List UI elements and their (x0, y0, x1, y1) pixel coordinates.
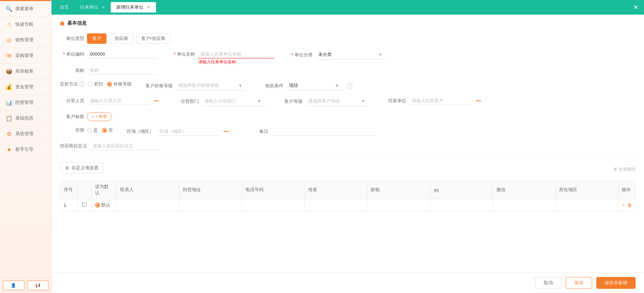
custom-settings-btn[interactable]: ⚙ 自定义项设置 (60, 162, 104, 173)
dept-placeholder: 请输入分管部门 (204, 98, 236, 104)
cell-checkbox[interactable] (78, 199, 92, 211)
customer-tag-field: 客户标签 + + 标签 (60, 112, 112, 121)
chevron-down-icon: ▼ (378, 52, 382, 57)
customer-price-level-select[interactable]: 请选择客户价格等级 ▼ (175, 81, 245, 90)
phone-input[interactable] (245, 203, 301, 208)
save-button[interactable]: 保存 (566, 277, 592, 289)
col-region: 所在地区 (556, 181, 618, 199)
sidebar-item-operations[interactable]: 📊 经营管理 (0, 95, 51, 111)
unit-btn-both[interactable]: 客户/供应商 (136, 33, 171, 44)
pricing-radio-discount[interactable]: 折扣 (88, 81, 103, 87)
content-area: ▣ 基本信息 单位类型 客户 供应商 客户/供应商 * 单位编码 (52, 15, 644, 272)
pricing-row: 定价方法 ? 折扣 价格等级 客户价格等级 请选择客户价 (60, 81, 636, 90)
add-row-btn[interactable]: + (622, 203, 625, 208)
sidebar-item-basic-info[interactable]: 📋 基础信息 (0, 111, 51, 126)
short-name-input[interactable] (87, 66, 157, 75)
save-new-button[interactable]: 保存并新增 (596, 277, 636, 289)
guide-icon: ★ (6, 146, 13, 153)
system-icon: ⚙ (6, 130, 13, 137)
pricing-help-icon[interactable]: ? (79, 81, 85, 87)
cell-qq[interactable] (430, 199, 493, 211)
divider (60, 156, 636, 157)
tab-counterparty-close[interactable]: ✕ (102, 5, 105, 10)
tab-counterparty[interactable]: 往来单位 ✕ (74, 2, 111, 13)
batch-delete-btn[interactable]: 🗑 批量删除 (613, 166, 636, 172)
cancel-button[interactable]: 取消 (535, 277, 561, 289)
email-input[interactable] (371, 203, 426, 208)
qq-input[interactable] (434, 203, 489, 208)
settlement-more-btn[interactable]: ••• (474, 97, 482, 104)
operations-icon: 📊 (6, 99, 13, 106)
purchase-icon: 🛍 (6, 52, 13, 59)
unit-btn-customer[interactable]: 客户 (87, 33, 107, 44)
sidebar-item-inventory[interactable]: 📦 库存核算 (0, 64, 51, 79)
sidebar-item-search[interactable]: 🔍 搜索菜单 (0, 1, 51, 17)
wechat-input[interactable] (496, 203, 552, 208)
dept-label: 分管部门 (174, 98, 199, 105)
fax-input[interactable] (308, 203, 363, 208)
custom-settings-label: 自定义项设置 (71, 165, 99, 171)
col-checkbox (78, 181, 92, 199)
section-title: 基本信息 (67, 20, 87, 26)
sidebar-item-finance[interactable]: 💰 资金管理 (0, 79, 51, 95)
row-checkbox[interactable] (82, 202, 87, 207)
manager-input[interactable] (87, 97, 150, 105)
supplier-custom-input[interactable] (90, 142, 159, 150)
unit-category-select[interactable]: 未分类 ▼ (315, 50, 385, 59)
cell-email[interactable] (367, 199, 430, 211)
unit-btn-supplier[interactable]: 供应商 (109, 33, 133, 44)
sidebar-btn-right[interactable]: 📢 (27, 280, 49, 290)
dept-field: 分管部门 请输入分管部门 ▼ (174, 97, 264, 106)
contact-input[interactable] (120, 203, 175, 208)
cell-region[interactable] (556, 199, 618, 211)
region-table-input[interactable] (559, 203, 614, 208)
tab-home[interactable]: 首页 (54, 2, 74, 13)
region-input[interactable] (157, 127, 219, 136)
pricing-radio-level[interactable]: 价格等级 (107, 81, 132, 87)
disabled-no[interactable]: 否 (102, 127, 113, 133)
sidebar-item-system[interactable]: ⚙ 系统管理 (0, 126, 51, 142)
level-radio-circle (107, 82, 112, 87)
tab-new-counterparty-close[interactable]: ✕ (147, 5, 150, 10)
default-radio: 默认 (95, 202, 113, 208)
unit-code-input[interactable] (87, 50, 157, 58)
delete-row-btn[interactable]: 🗑 (627, 203, 632, 208)
cell-fax[interactable] (305, 199, 367, 211)
customer-price-level-label: 客户价格等级 (146, 83, 173, 89)
address-input[interactable] (183, 203, 238, 208)
tab-new-counterparty-label: 新增往来单位 (116, 4, 143, 10)
cell-contact[interactable] (116, 199, 179, 211)
col-contact: 联系人 (116, 181, 179, 199)
unit-name-input[interactable] (198, 50, 274, 58)
settlement-input[interactable] (409, 97, 472, 105)
sidebar-item-guide[interactable]: ★ 新手引导 (0, 142, 51, 157)
tab-bar-close-btn[interactable]: ✕ (630, 2, 641, 13)
customer-level-select[interactable]: 请选择客户等级 ▼ (305, 97, 368, 106)
tab-new-counterparty[interactable]: 新增往来单位 ✕ (111, 2, 156, 13)
tab-home-label: 首页 (60, 4, 69, 10)
region-more-btn[interactable]: ••• (222, 128, 230, 135)
remarks-input[interactable] (271, 127, 376, 136)
sidebar-item-purchase[interactable]: 🛍 采购管理 (0, 48, 51, 64)
add-tag-btn[interactable]: + + 标签 (87, 112, 112, 121)
sidebar-item-label: 搜索菜单 (15, 6, 33, 12)
supplier-custom-row: 供应商自定义 (60, 142, 636, 150)
sidebar-item-quick-nav[interactable]: ⌂ 快捷导航 (0, 17, 51, 32)
default-label: 默认 (101, 202, 110, 208)
cell-address[interactable] (179, 199, 242, 211)
manager-more-btn[interactable]: ••• (152, 97, 160, 104)
unit-category-field: * 单位分类 未分类 ▼ (288, 50, 385, 59)
cell-phone[interactable] (242, 199, 305, 211)
dept-select[interactable]: 请输入分管部门 ▼ (202, 97, 264, 106)
payment-terms-select[interactable]: 现结 ▼ (286, 81, 342, 90)
cell-wechat[interactable] (493, 199, 555, 211)
remarks-field: 备注 (244, 127, 376, 136)
contacts-table: 序号 设为默认 联系人 到货地址 电话号码 传真 邮箱 qq 微信 所在地区 操… (60, 180, 636, 211)
sidebar-item-sales[interactable]: ◎ 销售管理 (0, 32, 51, 48)
payment-help-icon[interactable]: ? (347, 83, 352, 89)
payment-terms-label: 收款条件 (259, 83, 283, 89)
default-radio-item[interactable]: 默认 (95, 202, 110, 208)
search-icon: 🔍 (6, 5, 13, 12)
sidebar-btn-left[interactable]: 👤 (3, 280, 24, 290)
disabled-yes[interactable]: 是 (87, 127, 98, 133)
